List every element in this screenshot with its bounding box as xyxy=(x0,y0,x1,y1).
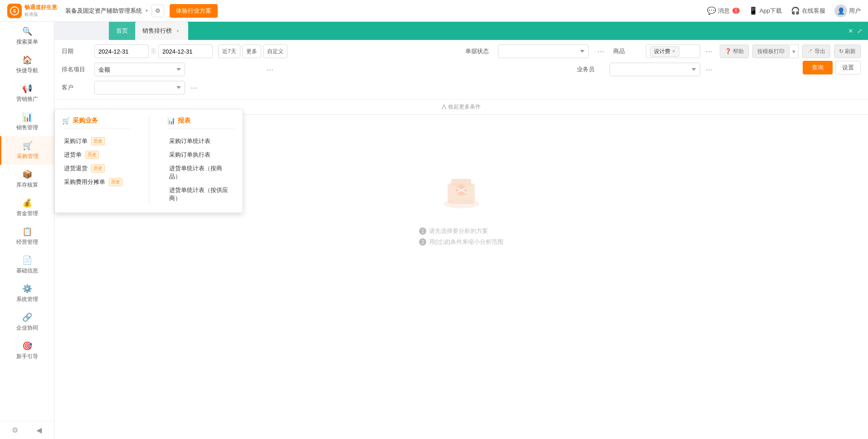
export-button[interactable]: ↗ 导出 xyxy=(802,44,830,58)
sidebar-settings-btn[interactable]: ⚙ xyxy=(5,426,25,434)
tab-close-all-icon[interactable]: ✕ xyxy=(848,27,853,35)
history-tag-0: 历史 xyxy=(91,137,105,145)
tab-sales-ranking[interactable]: 销售排行榜 × xyxy=(135,22,188,40)
print-dropdown-btn[interactable]: ▾ xyxy=(790,44,799,58)
basic-icon: 📄 xyxy=(22,255,32,265)
system-title-dropdown-arrow[interactable]: ▾ xyxy=(146,8,148,13)
menu-item-incoming[interactable]: 进货单 历史 xyxy=(62,148,131,162)
customer-select[interactable] xyxy=(94,81,185,94)
sidebar-item-sales[interactable]: 📊 销售管理 xyxy=(0,108,54,136)
sidebar-item-operations[interactable]: 📋 经营管理 xyxy=(0,222,54,251)
tab-bar-right: ✕ ⤢ xyxy=(848,27,868,35)
headset-icon: 🎧 xyxy=(791,6,800,15)
sidebar-item-basic[interactable]: 📄 基础信息 xyxy=(0,251,54,279)
voucher-status-dots[interactable]: ··· xyxy=(597,47,604,55)
voucher-status-select[interactable] xyxy=(498,44,589,58)
salesperson-label: 业务员 xyxy=(577,65,604,74)
dropdown-separator xyxy=(149,117,149,205)
menu-item-purchase-expense[interactable]: 采购费用分摊单 历史 xyxy=(62,175,131,189)
system-icon: ⚙️ xyxy=(22,284,32,294)
enterprise-icon: 🔗 xyxy=(22,312,32,322)
salesperson-dots[interactable]: ··· xyxy=(706,65,712,74)
collapse-icon-up: ⋀ xyxy=(442,104,446,110)
date-to-input[interactable] xyxy=(158,44,213,58)
menu-item-incoming-stats-supplier[interactable]: 进货单统计表（按供应商） xyxy=(167,183,236,205)
sidebar-bottom: ⚙ ◀ xyxy=(0,421,54,439)
menu-item-po-exec[interactable]: 采购订单执行表 xyxy=(167,148,236,162)
industry-button[interactable]: 体验行业方案 xyxy=(170,4,218,18)
logo-area: 6 畅通道好生意 标准版 xyxy=(7,4,62,18)
dropdown-col-reports: 📊 报表 采购订单统计表 采购订单执行表 进货单统计表（按商品） 进货单统计表（… xyxy=(167,117,236,205)
sidebar-item-system[interactable]: ⚙️ 系统管理 xyxy=(0,279,54,308)
empty-illustration xyxy=(434,165,488,220)
sidebar-item-search[interactable]: 🔍 搜索菜单 xyxy=(0,22,54,50)
sidebar-collapse-btn[interactable]: ◀ xyxy=(29,426,50,434)
tab-home[interactable]: 首页 xyxy=(109,22,135,40)
collapse-icon: ◀ xyxy=(36,426,42,434)
empty-hint2: 用[过滤]条件来缩小分析范围 xyxy=(429,238,503,246)
purchase-dropdown-menu: 🛒 采购业务 采购订单 历史 进货单 历史 进货退货 历史 采购费用分摊单 历史 xyxy=(54,109,243,213)
system-title-area: 装备及固定资产辅助管理系统 ▾ xyxy=(65,7,148,15)
sort-by-dots[interactable]: ··· xyxy=(267,65,273,74)
tab-maximize-icon[interactable]: ⤢ xyxy=(857,27,863,35)
svg-rect-4 xyxy=(451,179,471,185)
sidebar-item-newbie[interactable]: 🎯 新手引导 xyxy=(0,336,54,365)
menu-item-purchase-order[interactable]: 采购订单 历史 xyxy=(62,134,131,148)
purchase-icon: 🛒 xyxy=(23,141,33,151)
menu-item-incoming-stats-goods[interactable]: 进货单统计表（按商品） xyxy=(167,162,236,183)
date-label: 日期 xyxy=(62,47,89,55)
quick-dates: 近7天 更多 自定义 xyxy=(218,44,288,58)
quick-date-7days[interactable]: 近7天 xyxy=(218,44,240,58)
inventory-icon: 📦 xyxy=(22,169,32,179)
customer-dots[interactable]: ··· xyxy=(190,84,197,92)
system-title-text: 装备及固定资产辅助管理系统 xyxy=(65,7,142,15)
date-from-input[interactable] xyxy=(94,44,149,58)
sidebar-item-finance[interactable]: 💰 资金管理 xyxy=(0,193,54,222)
sidebar-item-purchase[interactable]: 🛒 采购管理 xyxy=(0,136,54,165)
menu-item-incoming-return[interactable]: 进货退货 历史 xyxy=(62,162,131,175)
purchase-col-icon: 🛒 xyxy=(62,117,70,124)
goods-tag-close[interactable]: × xyxy=(672,48,675,54)
messages-action[interactable]: 💬 消息 6 xyxy=(707,6,740,15)
sidebar-item-enterprise[interactable]: 🔗 企业协同 xyxy=(0,308,54,336)
refresh-button[interactable]: ↻ 刷新 xyxy=(834,44,861,58)
sales-icon: 📊 xyxy=(22,112,32,122)
settings-bottom-icon: ⚙ xyxy=(12,426,18,434)
svg-text:6: 6 xyxy=(13,8,16,14)
tab-bar: 首页 销售排行榜 × ✕ ⤢ xyxy=(109,22,868,40)
app-download-action[interactable]: 📱 App下载 xyxy=(749,6,782,15)
logo-text: 畅通道好生意 标准版 xyxy=(24,4,57,18)
marketing-icon: 📢 xyxy=(22,84,32,94)
goods-tag: 设计费 × xyxy=(650,46,679,57)
settings-button[interactable]: 设置 xyxy=(835,61,861,74)
history-tag-1: 历史 xyxy=(85,151,99,159)
sort-by-select[interactable]: 金额 xyxy=(94,63,185,76)
sidebar: 🔍 搜索菜单 🏠 快捷导航 📢 营销推广 📊 销售管理 🛒 采购管理 📦 库存核… xyxy=(0,22,54,439)
help-button[interactable]: ❓ 帮助 xyxy=(720,44,749,58)
dropdown-col1-title: 🛒 采购业务 xyxy=(62,117,131,129)
quick-date-custom[interactable]: 自定义 xyxy=(263,44,288,58)
sidebar-item-quick-nav[interactable]: 🏠 快捷导航 xyxy=(0,50,54,79)
online-service-action[interactable]: 🎧 在线客服 xyxy=(791,6,825,15)
message-icon: 💬 xyxy=(707,6,716,15)
sidebar-item-inventory[interactable]: 📦 库存核算 xyxy=(0,165,54,193)
salesperson-select[interactable] xyxy=(610,63,700,76)
finance-icon: 💰 xyxy=(22,198,32,208)
quick-date-more[interactable]: 更多 xyxy=(242,44,261,58)
history-tag-2: 历史 xyxy=(91,164,105,173)
customer-label: 客户 xyxy=(62,84,89,92)
empty-hint1: 请先选择要分析的方案 xyxy=(429,227,488,235)
phone-icon: 📱 xyxy=(749,6,758,15)
message-badge: 6 xyxy=(732,8,740,14)
newbie-icon: 🎯 xyxy=(22,341,32,351)
sort-by-label: 排名项目 xyxy=(62,65,89,74)
sidebar-item-marketing[interactable]: 📢 营销推广 xyxy=(0,79,54,108)
menu-item-po-stats[interactable]: 采购订单统计表 xyxy=(167,134,236,148)
tab-close-button[interactable]: × xyxy=(175,28,181,34)
gear-button[interactable]: ⚙ xyxy=(151,5,164,17)
dropdown-col2-title: 📊 报表 xyxy=(167,117,236,129)
query-button[interactable]: 查询 xyxy=(803,61,833,74)
user-action[interactable]: 👤 用户 xyxy=(834,5,861,17)
goods-dots[interactable]: ··· xyxy=(706,47,712,55)
print-button[interactable]: 按模板打印 xyxy=(752,44,790,58)
